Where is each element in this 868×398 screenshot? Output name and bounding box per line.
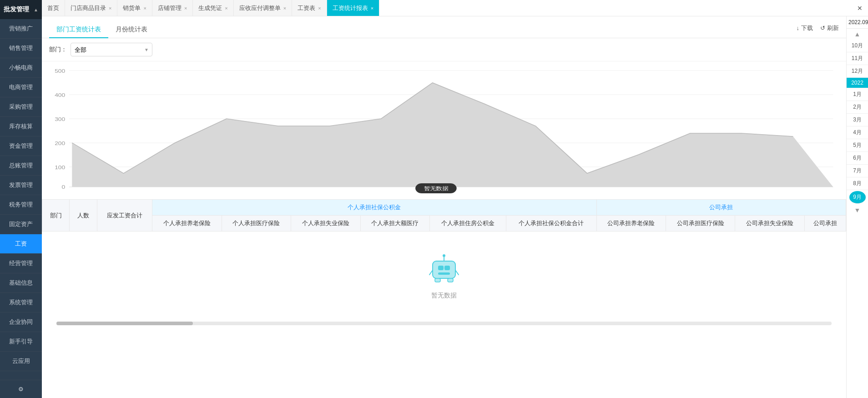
tab-payroll[interactable]: 工资表× xyxy=(292,0,327,16)
tab-close-store-mgmt[interactable]: × xyxy=(184,5,187,11)
content-area: 部门工资统计表月份统计表 ↓ 下载 ↺ 刷新 部门： 全部研发部销售部财务部行政… xyxy=(42,16,868,398)
svg-rect-22 xyxy=(435,278,440,282)
tab-payroll-report[interactable]: 工资统计报表× xyxy=(327,0,379,16)
table-scrollbar-thumb[interactable] xyxy=(56,322,193,325)
table-scrollbar-track[interactable] xyxy=(56,322,832,325)
sidebar-collapse-icon: ▲ xyxy=(34,7,38,12)
sidebar-item-basic[interactable]: 基础信息 xyxy=(0,273,42,293)
tab-home[interactable]: 首页 xyxy=(42,0,65,16)
date-month-1月[interactable]: 1月 xyxy=(847,88,868,101)
col-personal-medical: 个人承担医疗保险 xyxy=(222,216,291,232)
svg-text:100: 100 xyxy=(55,165,65,170)
svg-text:300: 300 xyxy=(55,116,65,122)
refresh-button[interactable]: ↺ 刷新 xyxy=(820,24,839,32)
col-personal-housing: 个人承担住房公积金 xyxy=(430,216,506,232)
download-label: 下载 xyxy=(801,24,813,32)
sidebar-item-inventory[interactable]: 库存核算 xyxy=(0,117,42,136)
tab-generate-voucher[interactable]: 生成凭证× xyxy=(193,0,233,16)
sidebar-header[interactable]: 批发管理 ▲ xyxy=(0,0,42,19)
sidebar-item-cloud[interactable]: 云应用 xyxy=(0,352,42,371)
date-panel-down[interactable]: ▼ xyxy=(847,205,868,216)
date-month-4月[interactable]: 4月 xyxy=(847,126,868,139)
sidebar-item-tax[interactable]: 税务管理 xyxy=(0,195,42,215)
sidebar-item-salary[interactable]: 工资 xyxy=(0,234,42,254)
sidebar-item-system[interactable]: 系统管理 xyxy=(0,293,42,312)
tab-close-receivable[interactable]: × xyxy=(283,5,286,11)
col-personal-insurance: 个人承担社保公积金 xyxy=(152,200,596,216)
tab-close-product-catalog[interactable]: × xyxy=(109,5,111,11)
date-month-11月[interactable]: 11月 xyxy=(847,52,868,65)
svg-text:200: 200 xyxy=(55,141,65,146)
sidebar-title: 批发管理 xyxy=(4,5,29,14)
sidebar-item-miniapp[interactable]: 小畅电商 xyxy=(0,58,42,78)
sub-tab-month-stats[interactable]: 月份统计表 xyxy=(108,22,155,38)
sidebar-item-operations[interactable]: 经营管理 xyxy=(0,254,42,273)
svg-rect-23 xyxy=(448,278,453,282)
sidebar-item-purchase[interactable]: 采购管理 xyxy=(0,97,42,117)
dept-select-wrapper: 全部研发部销售部财务部行政部 xyxy=(71,43,152,56)
table-section: 部门 人数 应发工资合计 个人承担社保公积金 公司承担 个人承担养老保险 个人承… xyxy=(42,199,846,398)
sidebar-item-marketing[interactable]: 营销推广 xyxy=(0,19,42,39)
sidebar-item-invoice[interactable]: 发票管理 xyxy=(0,176,42,195)
date-year-label[interactable]: 2022 xyxy=(847,78,868,88)
sidebar-item-sales[interactable]: 销售管理 xyxy=(0,39,42,58)
svg-line-21 xyxy=(455,270,459,275)
date-month-7月[interactable]: 7月 xyxy=(847,165,868,177)
svg-text:0: 0 xyxy=(62,184,66,190)
date-month-3月[interactable]: 3月 xyxy=(847,114,868,126)
date-month-9月[interactable]: 9月 xyxy=(849,191,866,204)
dept-filter-label: 部门： xyxy=(49,45,67,54)
col-company-pension: 公司承担养老保险 xyxy=(596,216,666,232)
sidebar-item-cooperation[interactable]: 企业协同 xyxy=(0,312,42,332)
tab-bar: 首页门店商品目录×销货单×店铺管理×生成凭证×应收应付调整单×工资表×工资统计报… xyxy=(42,0,868,16)
sidebar-item-assets[interactable]: 固定资产 xyxy=(0,215,42,234)
col-company-other: 公司承担 xyxy=(804,216,846,232)
table-sub-header-row: 个人承担养老保险 个人承担医疗保险 个人承担失业保险 个人承担大额医疗 个人承担… xyxy=(42,216,846,232)
col-company-medical: 公司承担医疗保险 xyxy=(666,216,735,232)
date-month-5月[interactable]: 5月 xyxy=(847,139,868,152)
sidebar-item-ledger[interactable]: 总账管理 xyxy=(0,156,42,176)
svg-rect-15 xyxy=(438,266,444,270)
refresh-label: 刷新 xyxy=(827,24,839,32)
svg-line-20 xyxy=(429,270,433,275)
sidebar-settings[interactable]: ⚙ xyxy=(0,380,42,398)
tab-close-payroll-report[interactable]: × xyxy=(371,5,373,11)
svg-rect-17 xyxy=(438,272,450,275)
download-button[interactable]: ↓ 下载 xyxy=(797,24,813,32)
sub-tab-dept-stats[interactable]: 部门工资统计表 xyxy=(49,22,108,38)
col-personal-pension: 个人承担养老保险 xyxy=(152,216,222,232)
empty-state: 暂无数据 xyxy=(42,232,846,318)
empty-state-text: 暂无数据 xyxy=(431,292,457,300)
date-month-6月[interactable]: 6月 xyxy=(847,152,868,165)
main-area: 首页门店商品目录×销货单×店铺管理×生成凭证×应收应付调整单×工资表×工资统计报… xyxy=(42,0,868,398)
filter-row: 部门： 全部研发部销售部财务部行政部 xyxy=(42,38,846,61)
table-group-header-row: 部门 人数 应发工资合计 个人承担社保公积金 公司承担 xyxy=(42,200,846,216)
close-all-button[interactable]: ✕ xyxy=(852,5,868,12)
date-panel-current[interactable]: 2022.09 xyxy=(847,16,868,29)
col-count: 人数 xyxy=(70,200,97,232)
dept-select[interactable]: 全部研发部销售部财务部行政部 xyxy=(71,43,152,56)
sidebar-item-finance[interactable]: 资金管理 xyxy=(0,136,42,156)
date-month-10月[interactable]: 10月 xyxy=(847,40,868,52)
tab-product-catalog[interactable]: 门店商品目录× xyxy=(65,0,117,16)
svg-rect-16 xyxy=(444,266,450,270)
tab-store-mgmt[interactable]: 店铺管理× xyxy=(152,0,193,16)
svg-text:500: 500 xyxy=(55,68,65,74)
svg-point-19 xyxy=(443,254,445,257)
refresh-icon: ↺ xyxy=(820,25,825,31)
tab-close-sales-order[interactable]: × xyxy=(143,5,146,11)
date-month-8月[interactable]: 8月 xyxy=(847,177,868,190)
tab-close-payroll[interactable]: × xyxy=(318,5,321,11)
date-month-12月[interactable]: 12月 xyxy=(847,65,868,78)
sidebar-item-guide[interactable]: 新手引导 xyxy=(0,332,42,352)
tab-close-generate-voucher[interactable]: × xyxy=(225,5,227,11)
tab-sales-order[interactable]: 销货单× xyxy=(117,0,152,16)
table-scrollbar-container xyxy=(42,318,846,329)
date-panel-up[interactable]: ▲ xyxy=(847,29,868,40)
empty-robot-icon xyxy=(426,250,462,286)
sidebar-item-ecommerce[interactable]: 电商管理 xyxy=(0,78,42,97)
settings-icon: ⚙ xyxy=(18,386,24,393)
date-panel: 2022.09 ▲ 10月11月12月20221月2月3月4月5月6月7月8月9… xyxy=(846,16,868,398)
date-month-2月[interactable]: 2月 xyxy=(847,101,868,114)
tab-receivable[interactable]: 应收应付调整单× xyxy=(234,0,292,16)
